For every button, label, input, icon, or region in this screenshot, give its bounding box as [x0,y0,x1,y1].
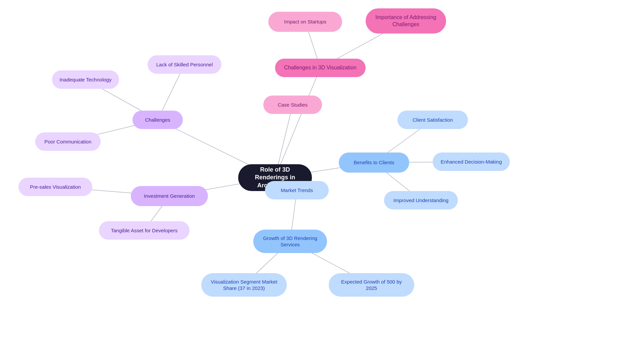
expected-growth-node: Expected Growth of 500 by 2025 [329,273,414,297]
client-satisfaction-node: Client Satisfaction [397,111,468,129]
impact-startups-label: Impact on Startups [284,18,326,25]
investment-gen-label: Investment Generation [144,193,195,199]
benefits-clients-node: Benefits to Clients [339,153,409,173]
challenges-node: Challenges [132,111,183,129]
benefits-clients-label: Benefits to Clients [354,159,394,166]
viz-segment-node: Visualization Segment Market Share (37 i… [201,273,287,297]
growth-3d-node: Growth of 3D Rendering Services [253,230,327,253]
challenges-3d-node: Challenges in 3D Visualization [275,59,366,77]
improved-understanding-node: Improved Understanding [384,191,458,209]
poor-comm-label: Poor Communication [44,138,91,145]
importance-addressing-node: Importance of Addressing Challenges [366,8,446,34]
importance-addressing-label: Importance of Addressing Challenges [375,14,436,28]
challenges-3d-label: Challenges in 3D Visualization [284,64,357,71]
market-trends-label: Market Trends [281,187,313,194]
inadequate-tech-node: Inadequate Technology [52,70,119,89]
lack-skilled-node: Lack of Skilled Personnel [148,55,221,74]
expected-growth-label: Expected Growth of 500 by 2025 [341,279,402,292]
case-studies-node: Case Studies [263,96,322,114]
improved-understanding-label: Improved Understanding [393,197,448,204]
svg-line-4 [275,68,320,178]
tangible-asset-label: Tangible Asset for Developers [111,227,177,234]
impact-startups-node: Impact on Startups [268,12,342,32]
case-studies-label: Case Studies [278,102,308,108]
investment-gen-node: Investment Generation [131,186,208,206]
enhanced-decision-label: Enhanced Decision-Making [441,159,502,165]
client-satisfaction-label: Client Satisfaction [413,117,453,123]
market-trends-node: Market Trends [265,181,329,199]
challenges-label: Challenges [145,117,170,123]
inadequate-tech-label: Inadequate Technology [60,76,112,83]
enhanced-decision-node: Enhanced Decision-Making [433,153,510,171]
growth-3d-label: Growth of 3D Rendering Services [263,235,317,248]
poor-comm-node: Poor Communication [35,132,101,151]
pre-sales-label: Pre-sales Visualization [30,184,80,190]
tangible-asset-node: Tangible Asset for Developers [99,221,190,240]
lack-skilled-label: Lack of Skilled Personnel [156,61,213,68]
viz-segment-label: Visualization Segment Market Share (37 i… [211,279,277,292]
pre-sales-node: Pre-sales Visualization [18,178,92,196]
